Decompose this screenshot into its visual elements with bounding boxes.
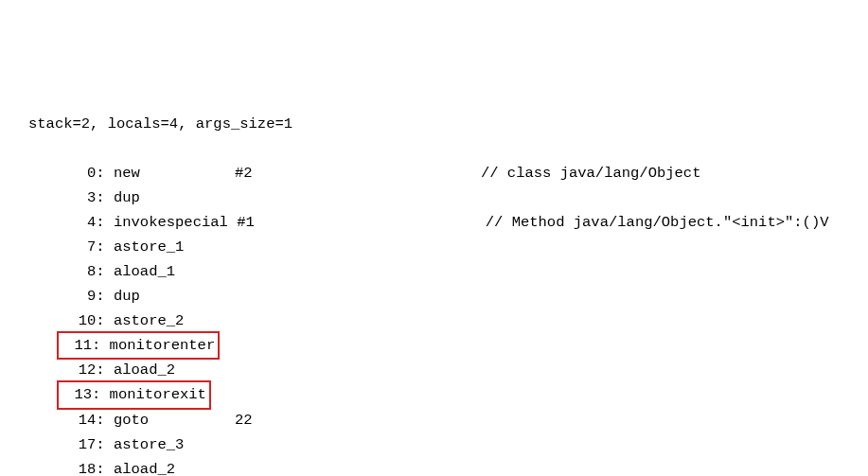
offset: 10 (65, 309, 96, 333)
offset: 7 (65, 235, 96, 259)
bytecode-line: 8: aload_1 (19, 259, 849, 284)
offset: 8 (65, 259, 96, 284)
opcode: dup (114, 284, 235, 309)
offset: 9 (65, 284, 96, 309)
offset: 18 (65, 457, 96, 476)
offset: 3 (65, 185, 96, 210)
opcode: monitorenter (110, 337, 216, 354)
opcode: aload_1 (114, 259, 235, 284)
opcode: astore_3 (114, 432, 235, 457)
opcode: astore_1 (114, 235, 235, 259)
bytecode-line: 18: aload_2 (19, 457, 849, 476)
offset: 13 (62, 382, 92, 407)
bytecode-line: 17: astore_3 (19, 432, 849, 457)
bytecode-line: 3: dup (19, 185, 849, 210)
bytecode-header: stack=2, locals=4, args_size=1 (19, 112, 849, 136)
opcode: invokespecial #1 (114, 210, 255, 235)
bytecode-line: 11: monitorenter (19, 333, 849, 358)
bytecode-line: 14: goto22 (19, 408, 849, 432)
comment: // class java/lang/Object (481, 161, 701, 185)
offset: 14 (65, 408, 96, 432)
bytecode-line: 0: new#2// class java/lang/Object (19, 161, 849, 185)
bytecode-line: 13: monitorexit (19, 382, 849, 407)
offset: 11 (62, 333, 92, 358)
highlighted-instruction: 11: monitorenter (57, 331, 220, 360)
operand: 22 (235, 408, 481, 432)
offset: 0 (65, 161, 96, 185)
bytecode-line: 10: astore_2 (19, 309, 849, 333)
offset: 4 (65, 210, 96, 235)
opcode: aload_2 (114, 457, 235, 476)
opcode: astore_2 (114, 309, 235, 333)
bytecode-line: 9: dup (19, 284, 849, 309)
opcode: new (114, 161, 235, 185)
bytecode-listing: 0: new#2// class java/lang/Object 3: dup… (19, 161, 849, 476)
bytecode-line: 4: invokespecial #1// Method java/lang/O… (19, 210, 849, 235)
offset: 12 (65, 358, 96, 382)
bytecode-line: 7: astore_1 (19, 235, 849, 259)
highlighted-instruction: 13: monitorexit (57, 380, 211, 409)
operand: #2 (235, 161, 481, 185)
offset: 17 (65, 432, 96, 457)
opcode: dup (114, 185, 235, 210)
opcode: aload_2 (114, 358, 235, 382)
opcode: monitorexit (110, 386, 206, 403)
opcode: goto (114, 408, 235, 432)
comment: // Method java/lang/Object."<init>":()V (486, 210, 829, 235)
bytecode-line: 12: aload_2 (19, 358, 849, 382)
